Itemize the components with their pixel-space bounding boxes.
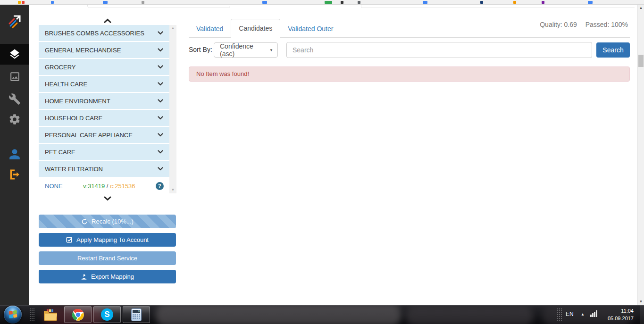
chevron-down-icon <box>158 167 163 171</box>
app-logo-icon <box>7 13 23 29</box>
category-scroll-up-button[interactable] <box>39 17 176 24</box>
clock-date: 05.09.2017 <box>608 315 634 322</box>
category-list: BRUSHES COMBS ACCESSORIES GENERAL MERCHA… <box>39 25 169 178</box>
refresh-icon <box>81 218 88 225</box>
dropdown-caret-icon: ▼ <box>269 48 273 52</box>
recalc-label: Recalc (10%...) <box>92 218 134 225</box>
scroll-up-arrow-icon[interactable]: ▲ <box>169 25 176 32</box>
recalc-button[interactable]: Recalc (10%...) <box>39 215 176 228</box>
bookmark-favicon[interactable] <box>513 1 516 4</box>
export-mapping-button[interactable]: Export Mapping <box>39 270 176 283</box>
chevron-down-icon <box>158 150 163 154</box>
network-signal-icon[interactable] <box>590 310 597 317</box>
category-row[interactable]: HOME ENVIRONMENT <box>39 93 169 109</box>
tools-icon <box>8 93 21 105</box>
bookmark-favicon[interactable] <box>325 1 332 4</box>
scrollbar-thumb[interactable] <box>638 55 644 67</box>
tab-candidates[interactable]: Candidates <box>231 19 280 38</box>
bookmark-favicon[interactable] <box>588 1 593 4</box>
category-scrollbar[interactable]: ▲ ▼ <box>169 25 176 193</box>
search-button[interactable]: Search <box>596 42 630 58</box>
export-icon <box>81 274 87 280</box>
bookmark-favicon[interactable] <box>22 1 25 4</box>
taskbar-glass-blur <box>406 306 533 324</box>
chevron-down-icon <box>158 99 163 103</box>
category-row[interactable]: PERSONAL CARE APPLIANCE <box>39 127 169 143</box>
app-sidebar <box>0 5 29 305</box>
bookmark-favicon[interactable] <box>341 1 343 4</box>
sort-select[interactable]: Confidence (asc) ▼ <box>214 42 278 58</box>
scroll-down-arrow-icon[interactable]: ▼ <box>169 187 176 193</box>
start-button[interactable] <box>4 306 22 324</box>
category-row[interactable]: WATER FILTRATION <box>39 161 169 177</box>
candidates-count: c:251536 <box>110 183 135 190</box>
taskbar-calculator-button[interactable]: 0 <box>123 306 150 323</box>
quality-value: Quality: 0.69 <box>540 21 577 28</box>
none-counts: v:31419 / c:251536 <box>83 183 135 190</box>
quality-stats: Quality: 0.69 Passed: 100% <box>533 21 628 28</box>
sidebar-item-mapping[interactable] <box>0 44 29 65</box>
category-row[interactable]: GENERAL MERCHANDISE <box>39 42 169 58</box>
passed-value: Passed: 100% <box>585 21 628 28</box>
restart-brand-service-button[interactable]: Restart Brand Service <box>39 251 176 265</box>
bookmark-favicon[interactable] <box>103 1 108 4</box>
no-item-alert: No Item was found! <box>189 66 630 82</box>
chrome-icon <box>72 308 84 321</box>
app-page: BRUSHES COMBS ACCESSORIES GENERAL MERCHA… <box>0 5 644 305</box>
bookmark-favicon[interactable] <box>423 1 427 4</box>
sidebar-item-images[interactable] <box>0 66 29 87</box>
tab-validated-outer[interactable]: Validated Outer <box>280 20 341 38</box>
validated-count: v:31419 <box>83 183 105 190</box>
page-scrollbar[interactable]: ▲ ▼ <box>637 5 644 305</box>
taskbar-clock[interactable]: 11:04 05.09.2017 <box>608 307 634 322</box>
category-row-none[interactable]: NONE v:31419 / c:251536 ? <box>39 178 169 194</box>
category-row[interactable]: PET CARE <box>39 144 169 160</box>
taskbar-chrome-button[interactable] <box>64 306 92 323</box>
chevron-down-icon <box>158 133 163 137</box>
taskbar: S 0 EN ▲ 11:04 05.09.2017 <box>0 305 644 324</box>
clock-time: 11:04 <box>608 307 634 315</box>
category-row[interactable]: GROCERY <box>39 59 169 75</box>
taskbar-skype-button[interactable]: S <box>93 306 121 323</box>
tray-expand-icon[interactable]: ▲ <box>581 312 585 316</box>
bookmark-favicon[interactable] <box>542 1 544 4</box>
help-icon[interactable]: ? <box>156 182 164 190</box>
category-label: PET CARE <box>45 149 75 156</box>
tab-validated[interactable]: Validated <box>189 20 231 38</box>
gear-icon <box>8 113 21 125</box>
bookmark-favicon[interactable] <box>142 1 144 4</box>
logout-icon <box>8 168 21 181</box>
bookmark-favicon[interactable] <box>358 1 360 4</box>
bookmark-favicon[interactable] <box>51 1 54 4</box>
image-icon <box>9 71 21 83</box>
sidebar-item-tools[interactable] <box>0 89 29 109</box>
chevron-down-icon <box>158 48 163 52</box>
category-row[interactable]: BRUSHES COMBS ACCESSORIES <box>39 25 169 41</box>
taskbar-explorer-button[interactable] <box>40 307 61 323</box>
user-icon <box>8 148 21 160</box>
chevron-down-icon <box>158 31 163 35</box>
bookmark-favicon[interactable] <box>18 1 21 4</box>
scrollbar-up-arrow-icon[interactable]: ▲ <box>638 5 644 11</box>
count-separator: / <box>105 183 110 190</box>
bookmark-favicon[interactable] <box>480 1 483 4</box>
chevron-down-icon <box>158 82 163 86</box>
search-input[interactable] <box>286 42 592 58</box>
checkbox-check-icon <box>66 237 73 243</box>
language-indicator[interactable]: EN <box>566 311 574 317</box>
show-desktop-button[interactable] <box>640 305 644 324</box>
sidebar-item-account[interactable] <box>0 144 29 165</box>
app-logo <box>0 11 29 32</box>
scrollbar-down-arrow-icon[interactable]: ▼ <box>638 299 644 305</box>
category-row[interactable]: HEALTH CARE <box>39 76 169 92</box>
category-label: WATER FILTRATION <box>45 166 103 173</box>
windows-logo-icon <box>8 310 17 319</box>
none-link[interactable]: NONE <box>45 183 63 190</box>
category-scroll-down-button[interactable] <box>39 195 176 202</box>
sort-by-label: Sort By: <box>189 46 212 53</box>
sidebar-item-settings[interactable] <box>0 109 29 130</box>
apply-mapping-button[interactable]: Apply Mapping To Account <box>39 233 176 247</box>
sidebar-item-logout[interactable] <box>0 164 29 185</box>
bookmark-favicon[interactable] <box>262 1 267 4</box>
category-row[interactable]: HOUSEHOLD CARE <box>39 110 169 126</box>
